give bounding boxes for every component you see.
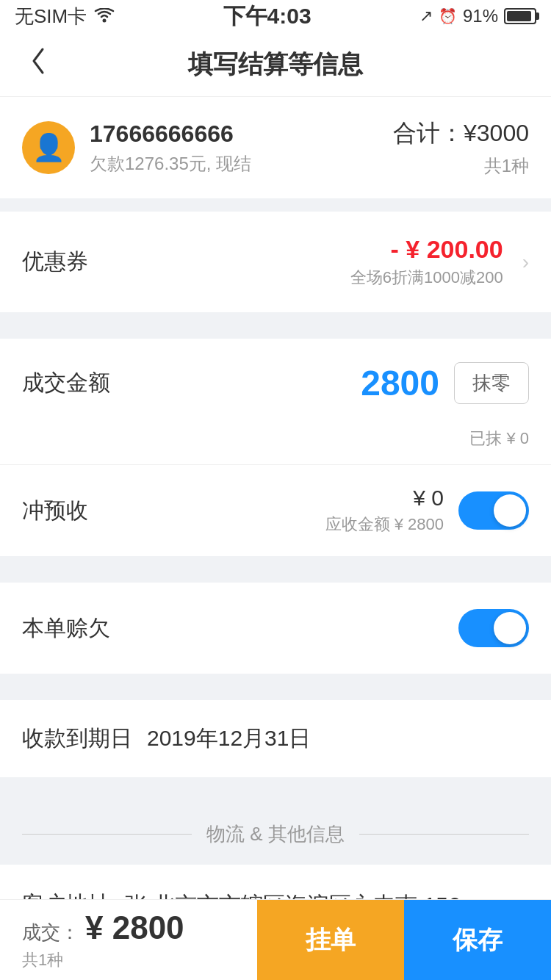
deal-amount-row: 成交金额 2800 抹零 (0, 339, 551, 428)
deal-amount-right: 2800 抹零 (361, 362, 529, 404)
section-divider-4 (0, 790, 551, 804)
total-sub-text: 共1种 (393, 154, 529, 178)
bottom-deal-count: 共1种 (22, 949, 235, 971)
customer-details: 17666666666 欠款1276.35元, 现结 (90, 120, 393, 176)
alarm-icon: ⏰ (439, 7, 457, 25)
coupon-right: - ¥ 200.00 全场6折满1000减200 › (350, 235, 529, 289)
due-date-value: 2019年12月31日 (147, 724, 311, 754)
bottom-action-bar: 成交： ¥ 2800 共1种 挂单 保存 (0, 899, 551, 980)
prepay-toggle[interactable] (458, 491, 529, 530)
coupon-value: - ¥ 200.00 全场6折满1000减200 (350, 235, 503, 289)
order-total: 合计：¥3000 共1种 (393, 118, 529, 178)
status-right: ↗ ⏰ 91% (419, 6, 536, 26)
prepay-row: 冲预收 ¥ 0 应收金额 ¥ 2800 (0, 464, 551, 556)
credit-row: 本单赊欠 (0, 583, 551, 674)
customer-info-card: 👤 17666666666 欠款1276.35元, 现结 合计：¥3000 共1… (0, 97, 551, 198)
battery-icon (504, 8, 536, 24)
save-button[interactable]: 保存 (404, 900, 551, 981)
section-divider-1 (0, 325, 551, 339)
coupon-section: 优惠券 - ¥ 200.00 全场6折满1000减200 › (0, 212, 551, 312)
location-icon: ↗ (419, 7, 433, 26)
status-bar: 无SIM卡 下午4:03 ↗ ⏰ 91% (0, 0, 551, 32)
page-title: 填写结算等信息 (188, 48, 363, 82)
section-divider-2 (0, 569, 551, 583)
sim-text: 无SIM卡 (15, 4, 87, 29)
coupon-row[interactable]: 优惠券 - ¥ 200.00 全场6折满1000减200 › (0, 212, 551, 312)
customer-sub-info: 欠款1276.35元, 现结 (90, 152, 393, 176)
bottom-deal-row: 成交： ¥ 2800 (22, 909, 235, 946)
prepay-sub-text: 应收金额 ¥ 2800 (325, 514, 444, 536)
amount-section: 成交金额 2800 抹零 已抹 ¥ 0 冲预收 ¥ 0 应收金额 ¥ 2800 (0, 339, 551, 556)
nav-bar: 填写结算等信息 (0, 32, 551, 97)
status-time: 下午4:03 (223, 1, 311, 32)
deal-amount-label: 成交金额 (22, 368, 110, 398)
back-button[interactable] (22, 39, 54, 90)
prepay-right: ¥ 0 应收金额 ¥ 2800 (325, 486, 529, 536)
divider-line-right (359, 834, 529, 835)
logistics-label: 物流 & 其他信息 (206, 821, 345, 847)
deal-sub-text: 已抹 ¥ 0 (0, 428, 551, 464)
avatar: 👤 (22, 121, 75, 174)
svg-point-0 (103, 18, 107, 22)
coupon-label: 优惠券 (22, 247, 88, 277)
divider-line-left (22, 834, 192, 835)
deal-amount-value: 2800 (361, 363, 439, 403)
credit-label: 本单赊欠 (22, 613, 110, 644)
bottom-summary: 成交： ¥ 2800 共1种 (0, 909, 257, 971)
logistics-section-header: 物流 & 其他信息 (0, 804, 551, 865)
prepay-label: 冲预收 (22, 496, 88, 526)
round-button[interactable]: 抹零 (454, 362, 529, 404)
chevron-right-icon: › (522, 251, 529, 274)
due-date-label: 收款到期日 (22, 724, 132, 754)
prepay-value-block: ¥ 0 应收金额 ¥ 2800 (325, 486, 444, 536)
credit-toggle-knob (494, 612, 526, 644)
bottom-deal-label: 成交： (22, 920, 79, 945)
credit-toggle[interactable] (458, 609, 529, 647)
section-divider-3 (0, 687, 551, 700)
customer-phone: 17666666666 (90, 120, 393, 148)
coupon-amount: - ¥ 200.00 (350, 235, 503, 264)
wifi-icon (94, 5, 115, 28)
toggle-knob (494, 494, 526, 527)
status-left: 无SIM卡 (15, 4, 115, 29)
pending-button[interactable]: 挂单 (257, 900, 404, 981)
prepay-amount: ¥ 0 (325, 486, 444, 511)
bottom-deal-amount: ¥ 2800 (85, 909, 184, 946)
due-date-row: 收款到期日 2019年12月31日 (0, 700, 551, 777)
battery-percent: 91% (463, 6, 498, 26)
total-amount-text: 合计：¥3000 (393, 118, 529, 150)
user-icon: 👤 (32, 132, 65, 163)
coupon-sub-text: 全场6折满1000减200 (350, 267, 503, 289)
